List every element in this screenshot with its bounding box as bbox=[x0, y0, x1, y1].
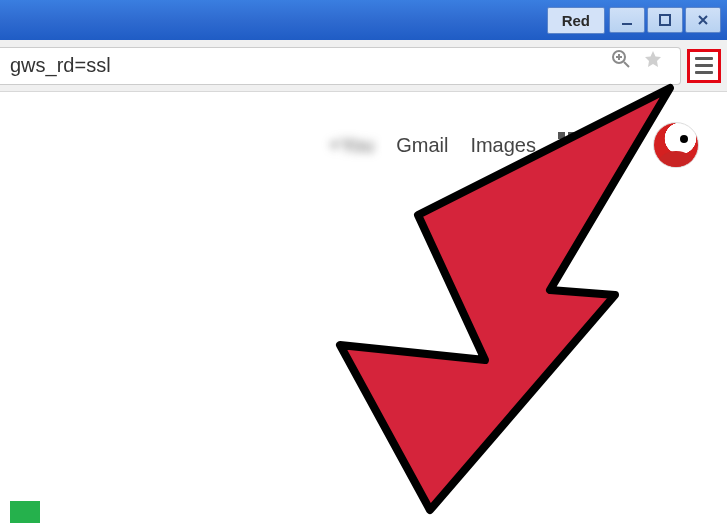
nav-item-blurred[interactable]: +You bbox=[329, 134, 374, 157]
svg-rect-0 bbox=[622, 23, 632, 25]
hamburger-icon bbox=[695, 57, 713, 74]
page-top-nav: +You Gmail Images bbox=[0, 92, 727, 168]
svg-rect-1 bbox=[660, 15, 670, 25]
svg-line-3 bbox=[624, 62, 629, 67]
chrome-menu-button[interactable] bbox=[687, 49, 721, 83]
apps-launcher-icon[interactable] bbox=[558, 132, 585, 159]
close-button[interactable] bbox=[685, 7, 721, 33]
address-bar[interactable]: gws_rd=ssl bbox=[0, 47, 681, 85]
decorative-green-shape bbox=[10, 501, 40, 523]
minimize-button[interactable] bbox=[609, 7, 645, 33]
nav-item-images[interactable]: Images bbox=[470, 134, 536, 157]
close-icon bbox=[696, 13, 710, 27]
minimize-icon bbox=[620, 13, 634, 27]
zoom-button[interactable] bbox=[609, 47, 633, 71]
nav-item-gmail[interactable]: Gmail bbox=[396, 134, 448, 157]
maximize-button[interactable] bbox=[647, 7, 683, 33]
address-bar-actions bbox=[609, 47, 665, 71]
address-bar-text: gws_rd=ssl bbox=[10, 54, 111, 77]
window-titlebar: Red bbox=[0, 0, 727, 40]
maximize-icon bbox=[658, 13, 672, 27]
profile-avatar[interactable] bbox=[653, 122, 699, 168]
bookmark-button[interactable] bbox=[641, 47, 665, 71]
star-icon bbox=[643, 49, 663, 69]
zoom-icon bbox=[611, 49, 631, 69]
titlebar-label: Red bbox=[547, 7, 605, 34]
